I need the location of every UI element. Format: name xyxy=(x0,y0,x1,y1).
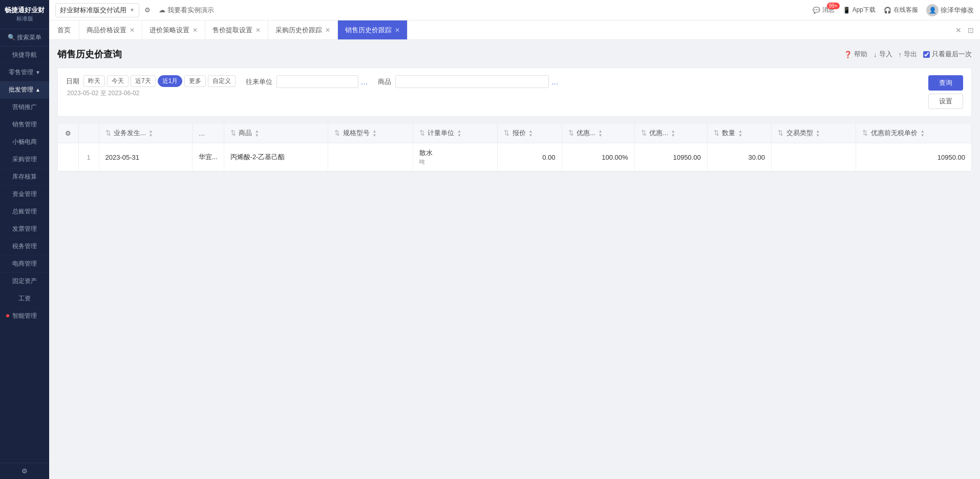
sidebar-item-finance[interactable]: 资金管理 xyxy=(0,186,49,203)
row-biz-date: 2023-05-31 xyxy=(99,143,192,171)
header-settings-btn[interactable]: ⚙ xyxy=(142,4,153,16)
headset-icon: 🎧 xyxy=(884,7,891,14)
date-range-display: 2023-05-02 至 2023-06-02 xyxy=(66,89,236,98)
page-title: 销售历史价查询 xyxy=(57,48,122,60)
date-btn-7days[interactable]: 近7天 xyxy=(131,75,156,87)
row-quoted-price: 0.00 xyxy=(498,143,562,171)
online-service-btn[interactable]: 🎧 在线客服 xyxy=(884,6,918,14)
sidebar-item-tax[interactable]: 税务管理 xyxy=(0,238,49,255)
settings-btn[interactable]: 设置 xyxy=(928,94,963,109)
gear-icon: ⚙ xyxy=(22,467,28,475)
sort-icon-qty: ⇅ xyxy=(714,129,719,137)
goods-input[interactable] xyxy=(395,75,549,88)
sidebar-item-ecommerce[interactable]: 电商管理 xyxy=(0,255,49,273)
sidebar-item-marketing[interactable]: 营销推广 xyxy=(0,99,49,116)
col-trade-type[interactable]: ⇅ 交易类型 ▲▼ xyxy=(772,123,856,143)
sort-icon-tt: ⇅ xyxy=(778,129,783,137)
import-link[interactable]: ↓ 导入 xyxy=(874,50,892,59)
data-table: ⚙ ⇅ 业务发生... ▲▼ … ⇅ 商品 xyxy=(58,123,971,171)
col-pretax-price[interactable]: ⇅ 优惠前无税单价 ▲▼ xyxy=(856,123,971,143)
help-link[interactable]: ❓ 帮助 xyxy=(844,50,867,59)
date-filter: 日期 昨天 今天 近7天 近1月 更多 自定义 2023-05-02 至 202… xyxy=(66,75,236,98)
tab-close-btn[interactable]: ✕ xyxy=(953,24,964,36)
row-spec xyxy=(328,143,413,171)
demo-label: 我要看实例演示 xyxy=(167,6,214,15)
only-last-label: 只看最后一次 xyxy=(932,50,972,59)
sidebar-item-quick-nav[interactable]: 快捷导航 xyxy=(0,47,49,64)
col-pretax-price-label: 优惠前无税单价 xyxy=(871,129,918,137)
date-field: 日期 昨天 今天 近7天 近1月 更多 自定义 xyxy=(66,75,236,87)
sidebar-item-sales-label: 销售管理 xyxy=(12,121,37,128)
row-goods: 丙烯酸-2-乙基己酯 xyxy=(224,143,328,171)
app-download-label: App下载 xyxy=(853,6,876,14)
partner-dots[interactable]: … xyxy=(360,78,368,86)
tab-sales-history[interactable]: 销售历史价跟踪 ✕ xyxy=(338,20,408,40)
col-settings[interactable]: ⚙ xyxy=(58,123,78,143)
date-btn-today[interactable]: 今天 xyxy=(107,75,129,87)
col-quoted-price[interactable]: ⇅ 报价 ▲▼ xyxy=(498,123,562,143)
col-discount-rate[interactable]: ⇅ 优惠... ▲▼ xyxy=(562,123,634,143)
tab-pricing-strategy[interactable]: 进价策略设置 ✕ xyxy=(142,20,205,40)
only-last-input[interactable] xyxy=(923,51,930,58)
search-icon: 🔍 xyxy=(8,34,15,41)
tab-maximize-btn[interactable]: ⊡ xyxy=(966,24,976,36)
sidebar-item-ledger[interactable]: 总账管理 xyxy=(0,203,49,221)
sidebar-item-payroll[interactable]: 工资 xyxy=(0,290,49,308)
tab-purchase-history-close[interactable]: ✕ xyxy=(325,27,330,34)
col-more[interactable]: … xyxy=(192,123,224,143)
date-btn-more[interactable]: 更多 xyxy=(184,75,206,87)
sidebar-item-inventory[interactable]: 库存核算 xyxy=(0,168,49,186)
date-btn-custom[interactable]: 自定义 xyxy=(208,75,236,87)
version-selector[interactable]: 好业财标准版交付试用 ▼ xyxy=(55,3,139,17)
cloud-icon: ☁ xyxy=(159,6,165,14)
message-btn[interactable]: 💬 消息 99+ xyxy=(813,6,835,14)
tab-price-extract-label: 售价提取设置 xyxy=(212,26,252,35)
avatar: 👤 xyxy=(926,4,939,16)
phone-icon: 📱 xyxy=(843,7,850,14)
sidebar-item-invoice[interactable]: 发票管理 xyxy=(0,221,49,238)
only-last-checkbox[interactable]: 只看最后一次 xyxy=(923,50,972,59)
user-menu[interactable]: 👤 徐泽华修改 xyxy=(926,4,974,16)
col-spec[interactable]: ⇅ 规格型号 ▲▼ xyxy=(328,123,413,143)
col-goods[interactable]: ⇅ 商品 ▲▼ xyxy=(224,123,328,143)
tab-price-setting[interactable]: 商品价格设置 ✕ xyxy=(79,20,142,40)
app-download-btn[interactable]: 📱 App下载 xyxy=(843,6,876,14)
tab-price-setting-close[interactable]: ✕ xyxy=(130,27,135,34)
col-quantity[interactable]: ⇅ 数量 ▲▼ xyxy=(707,123,771,143)
top-header: 好业财标准版交付试用 ▼ ⚙ ☁ 我要看实例演示 💬 消息 99+ 📱 App下… xyxy=(49,0,980,20)
tab-purchase-history[interactable]: 采购历史价跟踪 ✕ xyxy=(268,20,338,40)
sidebar-item-smart[interactable]: 智能管理 xyxy=(0,308,49,325)
sidebar-settings-btn[interactable]: ⚙ xyxy=(0,463,49,479)
tab-price-extract-close[interactable]: ✕ xyxy=(255,27,261,34)
sidebar-item-assets[interactable]: 固定资产 xyxy=(0,273,49,290)
tab-home[interactable]: 首页 xyxy=(49,20,79,40)
col-biz-date[interactable]: ⇅ 业务发生... ▲▼ xyxy=(99,123,192,143)
row-discount-price: 10950.00 xyxy=(634,143,707,171)
sidebar-item-retail[interactable]: 零售管理 ▼ xyxy=(0,64,49,81)
partner-input[interactable] xyxy=(276,75,358,88)
help-label: 帮助 xyxy=(854,50,867,59)
date-btn-1month[interactable]: 近1月 xyxy=(158,75,183,87)
col-discount-price[interactable]: ⇅ 优惠... ▲▼ xyxy=(634,123,707,143)
export-link[interactable]: ↑ 导出 xyxy=(899,50,918,59)
sidebar-item-ecommerce-label: 电商管理 xyxy=(12,260,37,267)
tab-price-extract[interactable]: 售价提取设置 ✕ xyxy=(205,20,268,40)
tab-pricing-strategy-close[interactable]: ✕ xyxy=(193,27,198,34)
tab-sales-history-close[interactable]: ✕ xyxy=(395,27,400,34)
date-btn-yesterday[interactable]: 昨天 xyxy=(83,75,105,87)
sidebar-item-purchase[interactable]: 采购管理 xyxy=(0,151,49,168)
page-header: 销售历史价查询 ❓ 帮助 ↓ 导入 ↑ 导出 只看最后一次 xyxy=(57,48,972,60)
query-btn[interactable]: 查询 xyxy=(928,75,963,91)
sidebar-item-assets-label: 固定资产 xyxy=(12,277,37,285)
tab-home-label: 首页 xyxy=(57,26,71,35)
goods-dots[interactable]: … xyxy=(551,78,558,86)
demo-link[interactable]: ☁ 我要看实例演示 xyxy=(159,6,214,15)
sidebar-search-label: 搜索菜单 xyxy=(17,34,41,41)
sidebar-item-ecommerce-small[interactable]: 小畅电商 xyxy=(0,134,49,151)
logo-sub: 标准版 xyxy=(4,15,45,23)
sidebar-item-wholesale[interactable]: 批发管理 ▲ xyxy=(0,81,49,99)
sidebar-search[interactable]: 🔍 搜索菜单 xyxy=(0,29,49,47)
col-unit[interactable]: ⇅ 计量单位 ▲▼ xyxy=(413,123,497,143)
sidebar-item-sales[interactable]: 销售管理 xyxy=(0,116,49,134)
user-name: 徐泽华修改 xyxy=(941,6,974,15)
